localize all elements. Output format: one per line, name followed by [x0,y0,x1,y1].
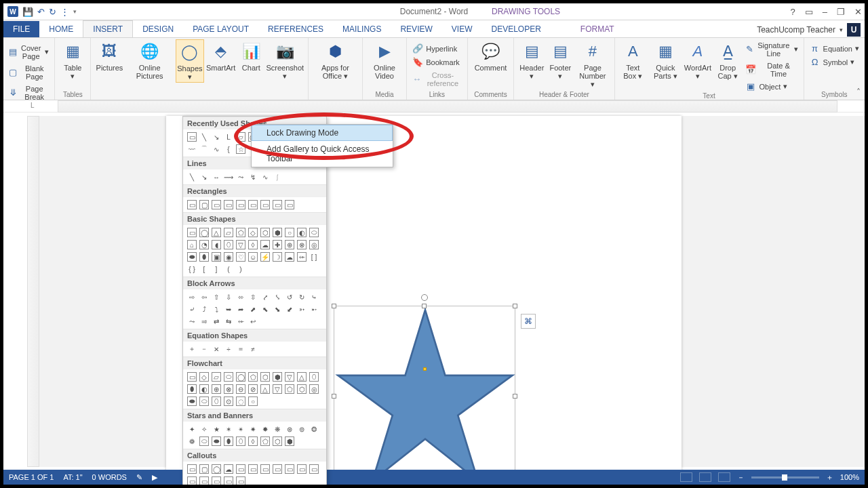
table-button[interactable]: ▦Table▾ [59,39,86,81]
shape-item[interactable]: ⇆ [224,317,233,326]
spellcheck-icon[interactable]: ✎ [136,473,142,482]
resize-handle[interactable] [332,304,336,308]
wordart-button[interactable]: AWordArt▾ [684,39,711,81]
pictures-button[interactable]: 🖼Pictures [95,39,123,73]
shape-item[interactable]: ▭ [187,200,197,209]
tab-mailings[interactable]: MAILINGS [333,21,391,37]
shape-item[interactable]: ⬢ [285,436,294,446]
cross-reference-button[interactable]: ↔Cross-reference [411,69,462,88]
shape-item[interactable]: ⌒ [199,144,209,154]
rotate-handle[interactable] [421,294,428,301]
shape-item[interactable]: ⬡ [260,228,270,237]
quick-parts-button[interactable]: ▦Quick Parts ▾ [648,39,683,81]
shape-item[interactable]: ▱ [236,132,245,142]
shape-item[interactable]: { [224,144,233,154]
redo-icon[interactable]: ↻ [49,7,56,17]
shape-item[interactable]: ⬈ [248,304,258,314]
shape-item[interactable]: ⎰ [273,172,282,182]
shape-item[interactable]: ▭ [212,476,221,486]
chart-button[interactable]: 📊Chart [237,39,264,73]
shape-item[interactable]: ✕ [212,344,221,354]
help-icon[interactable]: ? [791,7,795,17]
shape-selection-bounds[interactable] [334,306,515,487]
minimize-icon[interactable]: – [823,7,827,17]
shape-item[interactable]: { } [187,264,197,274]
shape-item[interactable]: ↩ [248,317,258,326]
shape-item[interactable]: ⇧ [212,292,221,302]
star-shape[interactable] [334,306,516,488]
shape-item[interactable]: ○ [248,396,258,406]
account-menu[interactable]: TeachUcomp Teacher ▾ U [757,23,861,37]
shape-adjust-handle[interactable] [423,367,427,371]
shape-item[interactable]: ◎ [309,240,319,249]
shape-item[interactable]: ⇩ [224,292,233,302]
tab-view[interactable]: VIEW [442,21,482,37]
shape-item[interactable]: ⬯ [309,372,319,382]
shape-item[interactable]: ▭ [273,200,282,209]
shape-item[interactable]: ▢ [199,200,209,209]
shape-item[interactable]: ☺ [248,252,258,262]
close-icon[interactable]: ✕ [854,7,862,17]
apps-for-office-button[interactable]: ⬢Apps for Office ▾ [313,39,358,81]
shape-item[interactable]: ○ [285,228,294,237]
vertical-ruler[interactable] [27,116,39,467]
shape-item[interactable]: ▭ [236,200,245,209]
shape-item[interactable]: ♡ [236,252,245,262]
shape-item[interactable]: ⬬ [212,436,221,446]
shape-item[interactable]: ▣ [212,252,221,262]
word-count[interactable]: 0 WORDS [92,473,127,481]
object-button[interactable]: ▣Object ▾ [744,80,789,92]
comment-button[interactable]: 💬Comment [472,39,510,73]
cover-page-button[interactable]: ▤Cover Page ▾ [7,42,50,61]
save-icon[interactable]: 💾 [22,7,33,17]
shape-item[interactable]: ◯ [199,228,209,237]
shape-item[interactable]: ⬠ [236,228,245,237]
shape-item[interactable]: ✶ [224,424,233,434]
shape-item[interactable]: ⥤ [199,317,209,326]
shape-item[interactable]: ▭ [260,200,270,209]
shape-item[interactable]: ⬮ [187,384,197,394]
shape-item[interactable]: ⊙ [224,396,233,406]
shape-item[interactable]: ⬉ [260,304,270,314]
zoom-thumb[interactable] [782,474,787,481]
shape-item[interactable]: ↘ [212,132,221,142]
shape-item[interactable]: ⬠ [285,384,294,394]
shape-item[interactable]: ❋ [273,424,282,434]
shape-item[interactable]: ☁ [224,464,233,474]
layout-options-button[interactable]: ⌘ [521,314,536,329]
shape-item[interactable]: ▭ [187,464,197,474]
shape-item[interactable]: ＝ [236,344,245,354]
shape-item[interactable]: ⬡ [260,372,270,382]
shape-item[interactable]: △ [260,384,270,394]
shape-item[interactable]: ▭ [199,476,209,486]
read-mode-icon[interactable] [680,472,692,482]
shape-item[interactable]: ⤳ [236,172,245,182]
undo-icon[interactable]: ↶ [37,7,45,17]
shape-item[interactable]: ⤷ [309,292,319,302]
shape-item[interactable]: ⬰ [297,252,307,262]
shape-item[interactable]: ÷ [224,344,233,354]
tab-design[interactable]: DESIGN [133,21,183,37]
footer-button[interactable]: ▤Footer▾ [547,39,574,81]
shape-item[interactable]: ◇ [248,228,258,237]
text-box-button[interactable]: AText Box ▾ [619,39,647,81]
shape-item[interactable]: ⬡ [297,384,307,394]
shape-item[interactable]: ⤶ [187,304,197,314]
shape-item[interactable]: ⬮ [224,436,233,446]
tab-format[interactable]: FORMAT [571,21,624,37]
shape-item[interactable]: ↻ [297,292,307,302]
shape-item[interactable]: ✴ [236,424,245,434]
tab-insert[interactable]: INSERT [83,20,133,37]
shape-item[interactable]: [ [199,264,209,274]
resize-handle[interactable] [422,304,427,308]
shape-item[interactable]: 〰 [187,144,197,154]
shape-item[interactable]: ↘ [199,172,209,182]
shape-item[interactable]: ⟿ [224,172,233,182]
resize-handle[interactable] [513,304,517,308]
shape-item[interactable]: ⇨ [187,292,197,302]
shape-item[interactable]: ⤳ [187,317,197,326]
shape-item[interactable]: ) [236,264,245,274]
restore-icon[interactable]: ❐ [837,7,845,17]
shape-item[interactable]: ⌂ [187,240,197,249]
shape-item[interactable]: ⇦ [199,292,209,302]
